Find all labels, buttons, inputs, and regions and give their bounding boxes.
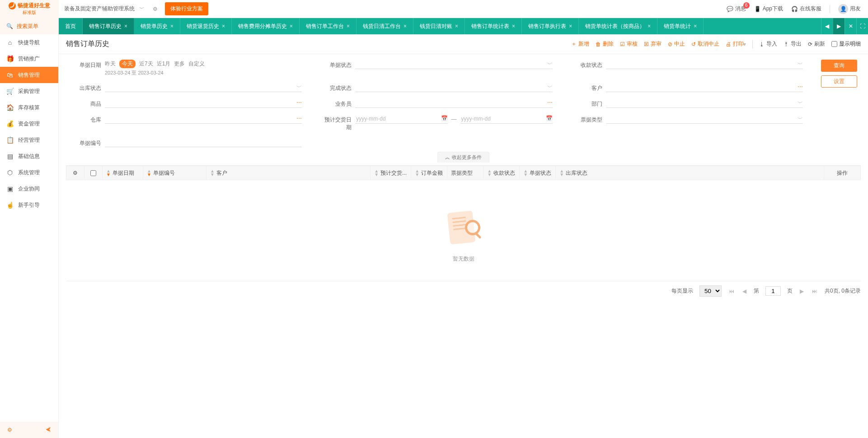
- column-settings[interactable]: ⚙: [66, 166, 84, 180]
- date-tag[interactable]: 近1月: [157, 60, 171, 68]
- col-bill-status[interactable]: ▲▼单据状态: [520, 166, 556, 180]
- sidebar-item[interactable]: 🎁营销推广: [0, 51, 58, 67]
- sidebar-item[interactable]: ▣企业协同: [0, 181, 58, 197]
- industry-plan-button[interactable]: 体验行业方案: [165, 2, 208, 15]
- print-button[interactable]: 🖨打印 ▾: [726, 40, 746, 48]
- abandon-button[interactable]: ☒弃审: [644, 40, 662, 48]
- show-detail-checkbox[interactable]: [831, 41, 837, 47]
- gear-icon[interactable]: ⚙: [7, 427, 12, 433]
- close-icon[interactable]: ×: [222, 23, 225, 29]
- sales-input[interactable]: [355, 98, 552, 108]
- add-button[interactable]: ＋新增: [571, 40, 589, 48]
- show-detail-toggle[interactable]: 显示明细: [831, 40, 861, 48]
- customer-input[interactable]: [606, 83, 803, 92]
- delete-button[interactable]: 🗑删除: [596, 40, 614, 48]
- deliver-date-to[interactable]: [460, 114, 553, 124]
- page-size-select[interactable]: 50: [699, 285, 722, 297]
- chevron-down-icon[interactable]: ﹀: [547, 61, 553, 68]
- done-status-select[interactable]: [355, 83, 552, 92]
- product-input[interactable]: [105, 98, 302, 108]
- dept-select[interactable]: [606, 98, 803, 108]
- date-tag[interactable]: 近7天: [139, 60, 153, 68]
- sidebar-item[interactable]: 📋经营管理: [0, 132, 58, 148]
- tabs-fullscreen[interactable]: ⛶: [856, 18, 868, 34]
- pay-status-select[interactable]: [606, 60, 803, 69]
- date-tag[interactable]: 今天: [119, 60, 136, 68]
- sidebar-item[interactable]: ⌂快捷导航: [0, 34, 58, 51]
- chevron-down-icon[interactable]: ﹀: [798, 115, 803, 123]
- more-icon[interactable]: ⋯: [798, 84, 803, 90]
- refresh-button[interactable]: ⟳刷新: [808, 40, 825, 48]
- chevron-down-icon[interactable]: ﹀: [296, 84, 302, 91]
- sidebar-item[interactable]: ⬡系统管理: [0, 164, 58, 181]
- first-page[interactable]: ⏮: [728, 288, 735, 294]
- tab[interactable]: 销货退货历史×: [180, 18, 232, 34]
- col-amount[interactable]: ▲▼订单金额: [411, 166, 447, 180]
- collapse-sidebar-icon[interactable]: ⮜: [46, 427, 51, 433]
- tab[interactable]: 销售订单工作台×: [300, 18, 357, 34]
- more-icon[interactable]: ⋯: [296, 115, 302, 121]
- calendar-icon[interactable]: 📅: [441, 115, 448, 121]
- chevron-down-icon[interactable]: ﹀: [798, 99, 803, 107]
- more-icon[interactable]: ⋯: [296, 99, 302, 106]
- close-icon[interactable]: ×: [347, 23, 350, 29]
- col-out-status[interactable]: ▲▼出库状态: [556, 166, 824, 180]
- chevron-down-icon[interactable]: ﹀: [798, 61, 803, 68]
- close-icon[interactable]: ×: [694, 23, 697, 29]
- gear-icon[interactable]: ⚙: [153, 6, 158, 12]
- sidebar-search[interactable]: 🔍 搜索菜单: [0, 18, 58, 34]
- date-tag[interactable]: 更多: [174, 60, 185, 68]
- tab[interactable]: 销货单统计×: [657, 18, 704, 34]
- import-button[interactable]: ⭳导入: [759, 40, 777, 48]
- tabs-close-all[interactable]: ✕: [845, 18, 856, 34]
- col-bill-type[interactable]: 票据类型: [447, 166, 483, 180]
- bill-type-select[interactable]: [606, 114, 803, 124]
- export-button[interactable]: ⭱导出: [784, 40, 802, 48]
- sidebar-item[interactable]: 🛍销售管理: [0, 67, 58, 83]
- stop-button[interactable]: ⊘中止: [668, 40, 685, 48]
- tab[interactable]: 销售费用分摊单历史×: [232, 18, 300, 34]
- calendar-icon[interactable]: 📅: [546, 115, 553, 121]
- sidebar-item[interactable]: ☝新手引导: [0, 197, 58, 213]
- date-tag[interactable]: 昨天: [105, 60, 116, 68]
- select-all-checkbox[interactable]: [90, 170, 96, 176]
- tab[interactable]: 销售订单统计表×: [465, 18, 522, 34]
- unstop-button[interactable]: ↺取消中止: [691, 40, 719, 48]
- page-number-input[interactable]: [765, 286, 781, 296]
- warehouse-input[interactable]: [105, 114, 302, 124]
- close-icon[interactable]: ×: [124, 23, 127, 29]
- sidebar-item[interactable]: 🏠库存核算: [0, 99, 58, 116]
- tab[interactable]: 钱货日清对账×: [413, 18, 465, 34]
- query-button[interactable]: 查询: [821, 60, 857, 72]
- tab[interactable]: 销售订单执行表×: [522, 18, 579, 34]
- audit-button[interactable]: ☑审核: [620, 40, 638, 48]
- col-pay-status[interactable]: ▲▼收款状态: [483, 166, 520, 180]
- col-num[interactable]: ▲▼单据编号: [143, 166, 206, 180]
- col-customer[interactable]: ▲▼客户: [206, 166, 371, 180]
- close-icon[interactable]: ×: [512, 23, 515, 29]
- bill-status-select[interactable]: [355, 60, 552, 69]
- tabs-scroll-left[interactable]: ◀: [821, 18, 833, 34]
- tab[interactable]: 钱货日清工作台×: [357, 18, 413, 34]
- user-menu[interactable]: 👤 用友: [838, 4, 861, 14]
- close-icon[interactable]: ×: [455, 23, 458, 29]
- close-icon[interactable]: ×: [404, 23, 407, 29]
- out-status-select[interactable]: [105, 83, 302, 92]
- chevron-down-icon[interactable]: ﹀: [547, 84, 553, 91]
- close-icon[interactable]: ×: [170, 23, 174, 29]
- close-icon[interactable]: ×: [290, 23, 293, 29]
- sidebar-item[interactable]: 💰资金管理: [0, 116, 58, 132]
- next-page[interactable]: ▶: [799, 288, 805, 294]
- close-icon[interactable]: ×: [647, 23, 651, 29]
- tabs-scroll-right[interactable]: ▶: [833, 18, 845, 34]
- col-date[interactable]: ▲▼单据日期: [103, 166, 143, 180]
- tab[interactable]: 销货单历史×: [134, 18, 180, 34]
- system-selector[interactable]: 装备及固定资产辅助管理系统 ﹀: [64, 5, 145, 13]
- more-icon[interactable]: ⋯: [547, 99, 553, 106]
- chevron-down-icon[interactable]: ▾: [742, 41, 746, 47]
- last-page[interactable]: ⏭: [811, 288, 818, 294]
- select-all[interactable]: [84, 166, 103, 180]
- app-download-link[interactable]: 📱 App下载: [754, 5, 783, 13]
- tab[interactable]: 销售订单历史×: [83, 18, 134, 34]
- close-icon[interactable]: ×: [569, 23, 572, 29]
